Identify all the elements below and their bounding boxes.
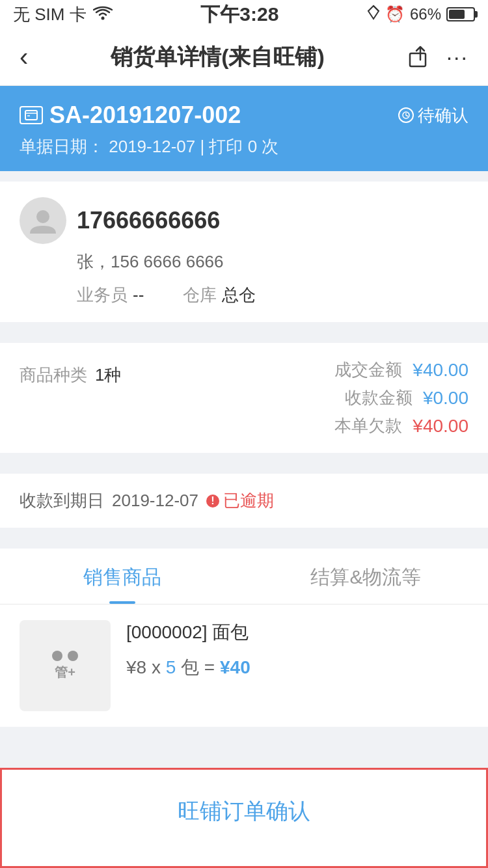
overdue-badge: ! 已逾期 [206,489,274,512]
warehouse-value: 总仓 [222,284,256,306]
product-thumbnail: 管+ [20,620,111,711]
price-value: ¥8 [126,657,146,677]
product-qty: 5 [166,657,176,677]
more-button[interactable]: ··· [446,44,468,70]
customer-section: 17666666666 张，156 6666 6666 业务员 -- 仓库 总仓 [0,182,488,322]
product-name: [0000002] 面包 [126,620,468,645]
order-header: SA-20191207-002 待确认 单据日期： 2019-12-07 | 打… [0,86,488,171]
customer-phone: 17666666666 [77,207,220,234]
clock-icon [398,107,414,123]
product-price: ¥8 x 5 包 = ¥40 [126,655,468,680]
svg-point-0 [101,16,104,20]
tab-settlement[interactable]: 结算&物流等 [244,549,488,604]
back-button[interactable]: ‹ [20,42,28,72]
product-type-label: 商品种类 [20,364,87,387]
due-date-value: 2019-12-07 [112,491,198,511]
tab-settlement-label: 结算&物流等 [310,566,421,588]
order-date-row: 单据日期： 2019-12-07 | 打印 0 次 [20,135,468,158]
svg-rect-1 [410,53,426,66]
battery-icon [446,7,475,21]
nav-title: 销货单详情(来自旺铺) [111,42,325,72]
due-amount-label: 本单欠款 [334,414,402,437]
divider-2 [0,332,488,343]
transaction-amount-label: 成交金额 [334,359,402,381]
divider-1 [0,171,488,182]
collected-amount-row: 收款金额 ¥0.00 [345,387,468,409]
warehouse-label: 仓库 [183,284,217,306]
date-label: 单据日期： [20,137,104,156]
due-amount-row: 本单欠款 ¥40.00 [334,414,468,437]
summary-left: 商品种类 1种 [20,359,334,387]
sales-rep-item: 业务员 -- [77,284,144,306]
status-left: 无 SIM 卡 [13,3,113,26]
header-top-row: SA-20191207-002 待确认 [20,102,468,129]
due-date-label: 收款到期日 [20,489,104,512]
logo-eyes [52,651,78,661]
wifi-icon [93,5,113,25]
tab-sales-products[interactable]: 销售商品 [0,549,244,604]
order-id: SA-20191207-002 [20,102,241,129]
carrier-text: 无 SIM 卡 [13,3,87,26]
product-type-value: 1种 [95,364,121,387]
summary-right: 成交金额 ¥40.00 收款金额 ¥0.00 本单欠款 ¥40.00 [334,359,468,437]
location-icon [367,5,380,24]
summary-grid: 商品种类 1种 成交金额 ¥40.00 收款金额 ¥0.00 本单欠款 ¥40.… [20,359,468,437]
order-status-text: 待确认 [418,104,468,127]
status-bar: 无 SIM 卡 下午3:28 ⏰ 66% [0,0,488,29]
logo-eye-left [52,651,62,661]
battery-text: 66% [410,5,441,23]
customer-meta: 业务员 -- 仓库 总仓 [77,284,468,306]
collected-amount-label: 收款金额 [345,387,413,409]
product-name-text: 面包 [212,622,249,642]
sales-rep-label: 业务员 [77,284,128,306]
alarm-icon: ⏰ [385,5,405,23]
warehouse-item: 仓库 总仓 [183,284,256,306]
product-unit: 包 [181,657,199,677]
logo-eye-right [68,651,78,661]
due-date-section: 收款到期日 2019-12-07 ! 已逾期 [0,474,488,528]
summary-section: 商品种类 1种 成交金额 ¥40.00 收款金额 ¥0.00 本单欠款 ¥40.… [0,343,488,453]
tabs-bar: 销售商品 结算&物流等 [0,549,488,604]
customer-name: 张，156 6666 6666 [77,251,468,273]
nav-bar: ‹ 销货单详情(来自旺铺) ··· [0,29,488,86]
product-info: [0000002] 面包 ¥8 x 5 包 = ¥40 [126,620,468,711]
tab-sales-products-label: 销售商品 [83,566,161,588]
divider-3 [0,463,488,474]
svg-rect-2 [25,111,37,120]
product-logo: 管+ [52,651,78,681]
time-display: 下午3:28 [200,1,278,28]
transaction-amount-value: ¥40.00 [413,360,468,381]
collected-amount-value: ¥0.00 [423,388,468,409]
tabs-container: 销售商品 结算&物流等 [0,549,488,604]
overdue-text: 已逾期 [223,489,274,512]
order-id-text: SA-20191207-002 [49,102,241,129]
overdue-icon: ! [206,495,219,508]
date-value: 2019-12-07 [109,137,195,156]
due-amount-value: ¥40.00 [413,416,468,437]
confirm-order-button[interactable]: 旺铺订单确认 [28,783,460,840]
multiply-sign: x [152,657,161,677]
share-button[interactable] [407,44,433,70]
order-icon [20,106,43,124]
confirm-btn-container: 旺铺订单确认 [0,768,488,868]
divider-4 [0,538,488,549]
svg-point-6 [36,210,49,223]
product-total: ¥40 [220,657,251,677]
equals-sign: = [204,657,215,677]
transaction-amount-row: 成交金额 ¥40.00 [334,359,468,381]
product-code: [0000002] [126,622,208,642]
order-status-badge: 待确认 [398,104,468,127]
logo-text: 管+ [55,664,75,681]
nav-actions: ··· [407,44,468,70]
customer-top: 17666666666 [20,197,468,244]
avatar [20,197,66,244]
print-info: | 打印 0 次 [200,137,278,156]
status-right: ⏰ 66% [367,5,475,24]
product-section: 管+ [0000002] 面包 ¥8 x 5 包 = ¥40 [0,604,488,727]
sales-rep-value: -- [133,285,144,305]
